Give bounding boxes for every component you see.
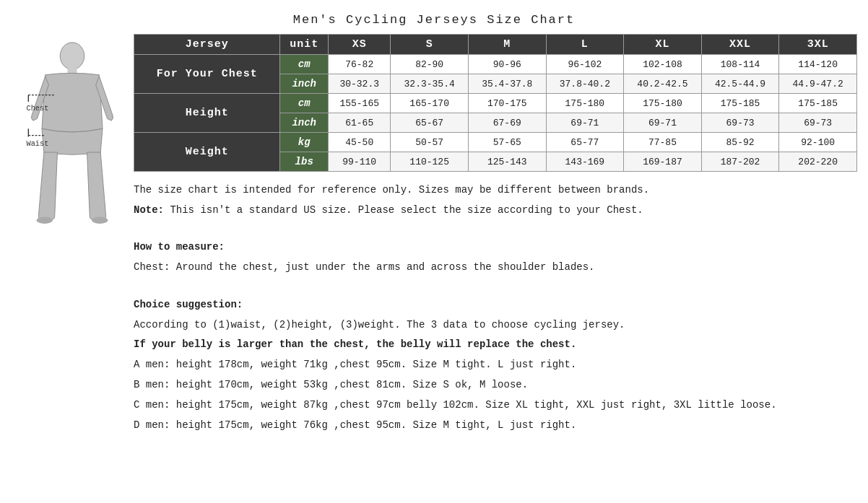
svg-point-3 [92,217,108,224]
chest-inch-xxl: 42.5-44.9 [701,74,779,94]
example-a: A men: height 178cm, weight 71kg ,chest … [134,357,857,374]
col-header-m: M [468,35,546,55]
example-b: B men: height 170cm, weight 53kg ,chest … [134,377,857,394]
weight-kg-3xl: 92-100 [779,133,857,152]
chest-cm-m: 90-96 [468,55,546,74]
height-cm-l: 175-180 [546,94,624,113]
weight-lbs-s: 110-125 [391,152,469,172]
chest-cm-xl: 102-108 [624,55,702,74]
notes-section: The size chart is intended for reference… [134,182,857,434]
height-inch-l: 69-71 [546,113,624,133]
height-cm-s: 165-170 [391,94,469,113]
weight-kg-m: 57-65 [468,133,546,152]
weight-kg-xs: 45-50 [328,133,390,152]
col-header-xxl: XXL [701,35,779,55]
figure-column: Chest Waist [11,34,134,243]
note-line1: The size chart is intended for reference… [134,182,857,199]
height-cm-m: 170-175 [468,94,546,113]
chest-cm-xxl: 108-114 [701,55,779,74]
chest-inch-xs: 30-32.3 [328,74,390,94]
weight-lbs-3xl: 202-220 [779,152,857,172]
chest-unit-cm: cm [280,55,329,74]
col-header-xl: XL [624,35,702,55]
how-to-label: How to measure: [134,239,857,256]
weight-unit-lbs: lbs [280,152,329,172]
height-inch-xl: 69-71 [624,113,702,133]
page-title: Men's Cycling Jerseys Size Chart [11,7,857,34]
col-header-l: L [546,35,624,55]
col-header-jersey: Jersey [134,35,280,55]
size-table-container: Jersey unit XS S M L XL XXL 3XL For Your… [134,34,857,437]
svg-point-2 [37,217,53,224]
example-c: C men: height 175cm, weight 87kg ,chest … [134,397,857,414]
note-line2: Note: This isn't a standard US size. Ple… [134,202,857,219]
height-unit-cm: cm [280,94,329,113]
weight-unit-kg: kg [280,133,329,152]
chest-cm-s: 82-90 [391,55,469,74]
svg-text:Waist: Waist [27,139,49,148]
height-inch-xs: 61-65 [328,113,390,133]
height-inch-xxl: 69-73 [701,113,779,133]
weight-kg-l: 65-77 [546,133,624,152]
weight-lbs-m: 125-143 [468,152,546,172]
chest-inch-3xl: 44.9-47.2 [779,74,857,94]
weight-kg-xl: 77-85 [624,133,702,152]
note-label: Note: [134,204,164,216]
body-figure: Chest Waist [22,41,123,243]
chest-inch-l: 37.8-40.2 [546,74,624,94]
chest-inch-s: 32.3-35.4 [391,74,469,94]
chest-category: For Your Chest [134,55,280,94]
weight-lbs-l: 143-169 [546,152,624,172]
height-inch-3xl: 69-73 [779,113,857,133]
weight-kg-xxl: 85-92 [701,133,779,152]
svg-text:Chest: Chest [27,104,49,113]
weight-kg-s: 50-57 [391,133,469,152]
height-inch-m: 67-69 [468,113,546,133]
col-header-xs: XS [328,35,390,55]
col-header-3xl: 3XL [779,35,857,55]
chest-cm-3xl: 114-120 [779,55,857,74]
example-d: D men: height 175cm, weight 76kg ,chest … [134,417,857,434]
chest-inch-m: 35.4-37.8 [468,74,546,94]
weight-lbs-xxl: 187-202 [701,152,779,172]
choice-label: Choice suggestion: [134,297,857,314]
choice-line1: According to (1)waist, (2)height, (3)wei… [134,317,857,334]
height-cm-row: Height cm 155-165 165-170 170-175 175-18… [134,94,857,113]
height-cm-3xl: 175-185 [779,94,857,113]
note-text: This isn't a standard US size. Please se… [164,204,643,216]
chest-cm-l: 96-102 [546,55,624,74]
chest-cm-row: For Your Chest cm 76-82 82-90 90-96 96-1… [134,55,857,74]
height-inch-s: 65-67 [391,113,469,133]
weight-lbs-xs: 99-110 [328,152,390,172]
choice-pre: According to (1)waist, (2)height, (3)wei… [134,319,401,331]
chest-inch-xl: 40.2-42.5 [624,74,702,94]
table-header-row: Jersey unit XS S M L XL XXL 3XL [134,35,857,55]
choice-line2: If your belly is larger than the chest, … [134,336,857,354]
height-cm-xxl: 175-185 [701,94,779,113]
height-cm-xl: 175-180 [624,94,702,113]
choice-post: The 3 data to choose cycling jersey. [401,319,625,331]
chest-unit-inch: inch [280,74,329,94]
col-header-s: S [391,35,469,55]
height-cm-xs: 155-165 [328,94,390,113]
height-category: Height [134,94,280,133]
svg-point-0 [60,43,84,69]
height-unit-inch: inch [280,113,329,133]
size-chart-table: Jersey unit XS S M L XL XXL 3XL For Your… [134,34,857,172]
weight-lbs-xl: 169-187 [624,152,702,172]
col-header-unit: unit [280,35,329,55]
weight-category: Weight [134,133,280,172]
chest-measure-text: Chest: Around the chest, just under the … [134,259,857,276]
weight-kg-row: Weight kg 45-50 50-57 57-65 65-77 77-85 … [134,133,857,152]
chest-cm-xs: 76-82 [328,55,390,74]
